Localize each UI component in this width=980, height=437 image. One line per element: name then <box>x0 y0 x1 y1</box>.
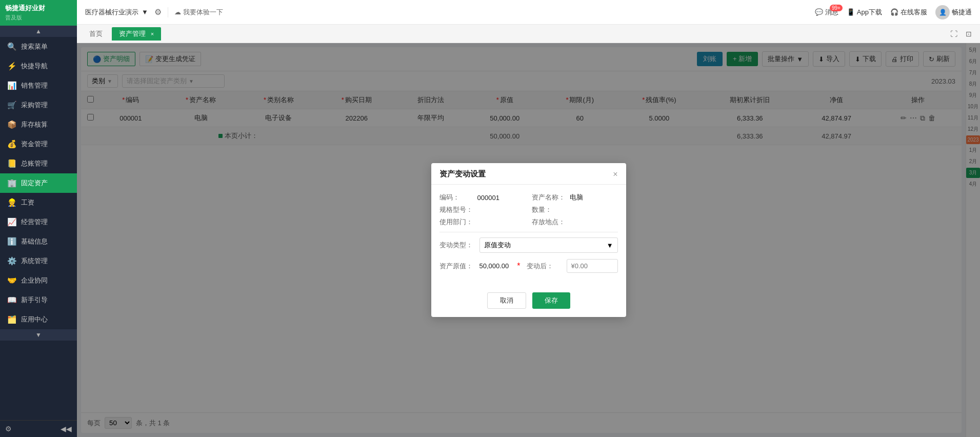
modal-info-grid: 编码： 000001 资产名称： 电脑 规格型号： 数量： <box>439 193 618 227</box>
modal-original-value-row: 资产原值： 50,000.00 * 变动后： <box>439 259 618 273</box>
after-change-input[interactable] <box>567 259 618 273</box>
sidebar-item-basic-info[interactable]: ℹ️ 基础信息 <box>0 232 77 251</box>
modal-name-row: 资产名称： 电脑 <box>532 193 618 202</box>
sidebar-item-label: 搜索菜单 <box>21 42 48 51</box>
tab-close-icon[interactable]: × <box>151 31 154 37</box>
avatar: 👤 <box>935 5 950 19</box>
sidebar-item-label: 新手引导 <box>21 295 48 305</box>
feedback-icon: ☁ <box>174 8 181 16</box>
feedback-label: 我要体验一下 <box>183 8 223 17</box>
messages-icon: 💬 <box>815 8 823 16</box>
tab-maximize-button[interactable]: ⊡ <box>963 29 975 39</box>
cancel-button[interactable]: 取消 <box>487 292 526 309</box>
modal-change-type-label: 变动类型： <box>439 241 475 250</box>
modal-close-button[interactable]: × <box>613 170 617 179</box>
tab-asset-management[interactable]: 资产管理 × <box>112 27 161 41</box>
tab-expand-button[interactable]: ⛶ <box>947 29 961 39</box>
company-selector[interactable]: 医疗器械行业演示 ▼ <box>85 8 148 17</box>
modal-original-value-label: 资产原值： <box>439 262 475 271</box>
sidebar-item-purchase[interactable]: 🛒 采购管理 <box>0 95 77 115</box>
modal-footer: 取消 保存 <box>431 287 626 317</box>
sales-icon: 📊 <box>7 81 17 90</box>
sidebar-item-label: 应用中心 <box>21 315 48 324</box>
sidebar-item-quick-nav[interactable]: ⚡ 快捷导航 <box>0 56 77 76</box>
basic-info-icon: ℹ️ <box>7 237 17 246</box>
sidebar-item-label: 企业协同 <box>21 276 48 285</box>
app-download-label: App下载 <box>857 8 882 17</box>
save-button[interactable]: 保存 <box>532 292 570 309</box>
divider <box>168 7 168 17</box>
sidebar-item-label: 经营管理 <box>21 217 48 227</box>
sidebar-item-label: 采购管理 <box>21 101 48 110</box>
feedback-button[interactable]: ☁ 我要体验一下 <box>174 8 223 17</box>
modal-overlay: 资产变动设置 × 编码： 000001 资产名称： 电脑 <box>77 43 980 437</box>
system-icon: ⚙️ <box>7 256 17 266</box>
required-mark: * <box>517 262 520 271</box>
change-type-value: 原值变动 <box>484 241 511 250</box>
modal-original-value: 50,000.00 <box>479 262 513 270</box>
topbar: 医疗器械行业演示 ▼ ⚙ ☁ 我要体验一下 💬 消息 99+ 📱 App下载 🎧… <box>77 0 980 25</box>
main-content: 医疗器械行业演示 ▼ ⚙ ☁ 我要体验一下 💬 消息 99+ 📱 App下载 🎧… <box>77 0 980 437</box>
app-edition: 普及版 <box>5 14 45 22</box>
settings-button[interactable]: ⚙ <box>154 7 162 17</box>
online-service-button[interactable]: 🎧 在线客服 <box>890 8 927 17</box>
modal-spec-label: 规格型号： <box>439 205 475 214</box>
modal-after-label: 变动后： <box>527 262 563 271</box>
salary-icon: 👷 <box>7 198 17 207</box>
app-center-icon: 🗂️ <box>7 315 17 324</box>
sidebar-item-enterprise[interactable]: 🤝 企业协同 <box>0 271 77 290</box>
modal-name-label: 资产名称： <box>532 193 568 202</box>
settings-icon[interactable]: ⚙ <box>5 425 12 433</box>
purchase-icon: 🛒 <box>7 101 17 110</box>
sidebar-item-label: 总账管理 <box>21 159 48 168</box>
sidebar-item-salary[interactable]: 👷 工资 <box>0 193 77 212</box>
sidebar-item-fixed-assets[interactable]: 🏢 固定资产 <box>0 173 77 193</box>
sidebar-item-label: 销售管理 <box>21 81 48 90</box>
modal-code-label: 编码： <box>439 193 475 202</box>
sidebar-item-guide[interactable]: 📖 新手引导 <box>0 290 77 310</box>
modal-code-value: 000001 <box>477 194 499 202</box>
sidebar-scroll-up[interactable]: ▲ <box>0 26 77 37</box>
sidebar-item-label: 基础信息 <box>21 237 48 246</box>
modal-dept-label: 使用部门： <box>439 217 475 227</box>
company-dropdown-icon: ▼ <box>142 8 148 16</box>
sidebar-item-inventory[interactable]: 📦 库存核算 <box>0 115 77 134</box>
enterprise-icon: 🤝 <box>7 276 17 285</box>
messages-button[interactable]: 💬 消息 99+ <box>815 8 838 17</box>
modal-change-type-row: 变动类型： 原值变动 ▼ <box>439 237 618 253</box>
collapse-icon[interactable]: ◀◀ <box>61 425 72 433</box>
tab-home-label: 首页 <box>89 30 103 37</box>
sidebar-item-label: 工资 <box>21 198 34 207</box>
sidebar-item-operations[interactable]: 📈 经营管理 <box>0 212 77 232</box>
sidebar-item-ledger[interactable]: 📒 总账管理 <box>0 154 77 173</box>
modal-dept-row: 使用部门： <box>439 217 526 227</box>
online-service-label: 在线客服 <box>901 8 927 17</box>
modal-body: 编码： 000001 资产名称： 电脑 规格型号： 数量： <box>431 185 626 287</box>
sidebar-header: 畅捷通好业财 普及版 <box>0 0 77 26</box>
tab-home[interactable]: 首页 <box>82 27 110 41</box>
modal-location-label: 存放地点： <box>532 217 568 227</box>
sidebar-item-search[interactable]: 🔍 搜索菜单 <box>0 37 77 56</box>
app-download-icon: 📱 <box>847 8 855 16</box>
sidebar-item-system[interactable]: ⚙️ 系统管理 <box>0 251 77 271</box>
sidebar-item-app-center[interactable]: 🗂️ 应用中心 <box>0 310 77 329</box>
app-download-button[interactable]: 📱 App下载 <box>847 8 882 17</box>
modal-qty-label: 数量： <box>532 205 568 214</box>
page-content: 🔵 资产明细 📝 变更生成凭证 刘账 + 新增 批量操作 ▼ <box>77 43 980 437</box>
sidebar-item-sales[interactable]: 📊 销售管理 <box>0 76 77 95</box>
operations-icon: 📈 <box>7 217 17 227</box>
modal-qty-row: 数量： <box>532 205 618 214</box>
sidebar-item-label: 资金管理 <box>21 140 48 149</box>
sidebar-item-finance[interactable]: 💰 资金管理 <box>0 134 77 154</box>
username: 畅捷通 <box>952 8 972 17</box>
quick-nav-icon: ⚡ <box>7 62 17 71</box>
ledger-icon: 📒 <box>7 159 17 168</box>
sidebar-scroll-down[interactable]: ▼ <box>0 329 77 341</box>
modal-title: 资产变动设置 <box>439 169 486 179</box>
modal-header: 资产变动设置 × <box>431 163 626 185</box>
user-button[interactable]: 👤 畅捷通 <box>935 5 972 19</box>
sidebar-item-label: 系统管理 <box>21 256 48 266</box>
app-name: 畅捷通好业财 <box>5 4 45 13</box>
modal-change-type-select[interactable]: 原值变动 ▼ <box>479 237 618 253</box>
finance-icon: 💰 <box>7 140 17 149</box>
